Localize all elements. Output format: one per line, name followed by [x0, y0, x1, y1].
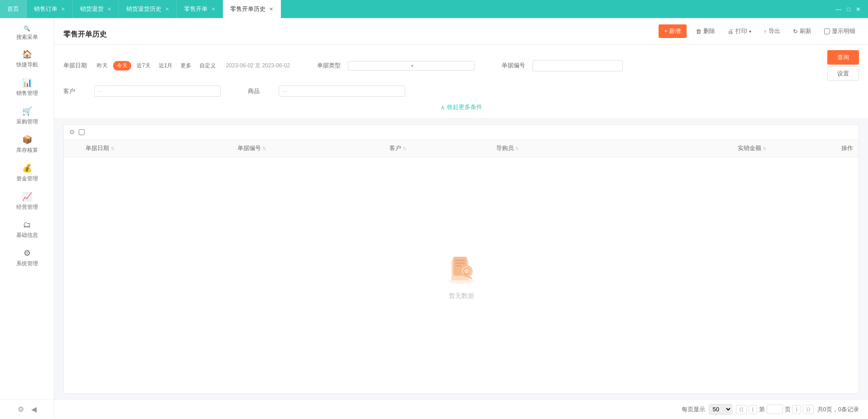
refresh-button[interactable]: ↻ 刷新	[789, 25, 815, 37]
print-button[interactable]: 🖨 打印 ▾	[724, 25, 755, 37]
column-settings-icon[interactable]: ⚙	[69, 128, 75, 136]
per-page-select[interactable]: 50 10 20 100	[709, 404, 732, 414]
date-opt-yesterday[interactable]: 昨天	[94, 61, 110, 71]
date-opt-today[interactable]: 今天	[113, 61, 131, 71]
table-area: ⚙ 单据日期 单据编号	[54, 119, 868, 399]
tab-home[interactable]: 首页	[0, 0, 27, 18]
next-page-button[interactable]: ⟩	[792, 405, 801, 414]
first-page-button[interactable]: ⟨⟨	[736, 405, 747, 414]
sidebar-item-inventory[interactable]: 📦 库存核算	[0, 130, 54, 159]
window-close[interactable]: ✕	[856, 6, 861, 13]
main-layout: 🔍 搜索采单 🏠 快捷导航 📊 销售管理 🛒 采购管理 📦 库存核算 💰 资金管…	[0, 18, 868, 419]
display-detail-checkbox[interactable]: 显示明细	[821, 25, 859, 37]
tab-retail-open-history[interactable]: 零售开单历史 ✕	[223, 0, 281, 18]
th-num[interactable]: 单据编号	[232, 140, 384, 157]
close-tab-sales-order[interactable]: ✕	[61, 6, 65, 12]
doc-num-filter-group: 单据编号	[502, 60, 623, 71]
window-minimize[interactable]: —	[835, 6, 841, 13]
empty-text: 暂无数据	[449, 292, 474, 300]
sidebar-item-quick-nav[interactable]: 🏠 快捷导航	[0, 45, 54, 73]
sidebar: 🔍 搜索采单 🏠 快捷导航 📊 销售管理 🛒 采购管理 📦 库存核算 💰 资金管…	[0, 18, 54, 419]
goods-input[interactable]: ···	[279, 85, 405, 97]
empty-state: 暂无数据	[64, 157, 859, 393]
filter-row-2: 客户 ··· 商品 ···	[63, 85, 859, 97]
delete-icon: 🗑	[696, 28, 702, 35]
date-range-display: 2023-06-02 至 2023-06-02	[226, 62, 289, 70]
cart-icon: 🛒	[22, 106, 32, 116]
window-controls: — □ ✕	[828, 6, 868, 13]
collapse-more-button[interactable]: ∧ 收起更多条件	[441, 101, 482, 113]
filter-area: 单据日期 昨天 今天 近7天 近1月 更多 自定义 2023-06-02 至 2…	[54, 45, 868, 119]
doc-type-select[interactable]: ▾	[348, 61, 474, 71]
th-guide[interactable]: 导购员	[491, 140, 620, 157]
query-buttons: 查询 设置	[827, 50, 859, 81]
settings-icon[interactable]: ⚙	[18, 405, 24, 414]
collapse-sidebar-icon[interactable]: ◀	[31, 405, 37, 414]
table-toolbar: ⚙	[64, 125, 859, 140]
query-button[interactable]: 查询	[827, 50, 859, 65]
system-icon: ⚙	[24, 248, 31, 258]
close-tab-retail-open-history[interactable]: ✕	[269, 6, 273, 12]
date-opt-7days[interactable]: 近7天	[134, 61, 153, 71]
ops-icon: 📈	[22, 192, 32, 202]
date-opt-custom[interactable]: 自定义	[197, 61, 218, 71]
export-icon: ↑	[764, 28, 767, 35]
delete-button[interactable]: 🗑 删除	[692, 25, 719, 37]
filter-row-1: 单据日期 昨天 今天 近7天 近1月 更多 自定义 2023-06-02 至 2…	[63, 50, 859, 81]
th-amount[interactable]: 实销金额	[620, 140, 772, 157]
add-button[interactable]: + 新增	[659, 24, 686, 38]
doc-num-text-input[interactable]	[536, 62, 619, 69]
sidebar-bottom: ⚙ ◀	[0, 399, 54, 419]
print-icon: 🖨	[728, 28, 734, 35]
sidebar-search[interactable]: 🔍 搜索采单	[0, 22, 54, 45]
tab-sales-return[interactable]: 销货退货 ✕	[73, 0, 119, 18]
page-unit: 页	[785, 405, 791, 414]
tab-retail-open[interactable]: 零售开单 ✕	[177, 0, 223, 18]
date-opt-more[interactable]: 更多	[178, 61, 194, 71]
money-icon: 💰	[22, 163, 32, 173]
sidebar-item-finance[interactable]: 💰 资金管理	[0, 159, 54, 187]
chart-icon: 📊	[22, 78, 32, 88]
doc-type-filter-group: 单据类型 ▾	[317, 61, 474, 71]
customer-label: 客户	[63, 87, 90, 95]
goods-filter-group: 商品 ···	[248, 85, 405, 97]
sidebar-item-base-info[interactable]: 🗂 基础信息	[0, 216, 54, 244]
tab-sales-return-history[interactable]: 销货退货历史 ✕	[119, 0, 177, 18]
page-number-input[interactable]: 1	[767, 405, 783, 414]
data-table: 单据日期 单据编号 客户 导购员	[64, 140, 859, 157]
page-navigation: ⟨⟨ ⟨ 第 1 页 ⟩ ⟩⟩	[736, 405, 814, 414]
select-all-label[interactable]	[79, 129, 85, 135]
close-tab-sales-return-history[interactable]: ✕	[165, 6, 169, 12]
export-button[interactable]: ↑ 导出	[760, 25, 784, 37]
customer-placeholder: ···	[98, 88, 103, 94]
sidebar-item-purchase-mgmt[interactable]: 🛒 采购管理	[0, 102, 54, 130]
th-date[interactable]: 单据日期	[80, 140, 232, 157]
doc-num-label: 单据编号	[502, 61, 529, 70]
per-page-label: 每页显示	[682, 405, 705, 414]
sidebar-item-sales-mgmt[interactable]: 📊 销售管理	[0, 73, 54, 102]
empty-illustration	[443, 250, 479, 287]
sidebar-item-sys-mgmt[interactable]: ⚙ 系统管理	[0, 244, 54, 272]
page-header: 零售开单历史 + 新增 🗑 删除 🖨 打印 ▾ ↑ 导出 ↻	[54, 18, 868, 45]
empty-svg	[443, 250, 479, 287]
home-icon: 🏠	[22, 49, 32, 59]
customer-input[interactable]: ···	[94, 85, 221, 97]
settings-button[interactable]: 设置	[827, 66, 859, 81]
close-tab-sales-return[interactable]: ✕	[107, 6, 111, 12]
select-all-checkbox[interactable]	[79, 129, 85, 135]
close-tab-retail-open[interactable]: ✕	[211, 6, 215, 12]
th-customer[interactable]: 客户	[384, 140, 491, 157]
detail-checkbox[interactable]	[824, 28, 830, 34]
sidebar-item-operations[interactable]: 📈 经营管理	[0, 187, 54, 216]
last-page-button[interactable]: ⟩⟩	[803, 405, 814, 414]
info-icon: 🗂	[23, 220, 31, 230]
date-options: 昨天 今天 近7天 近1月 更多 自定义	[94, 61, 218, 71]
table-container: ⚙ 单据日期 单据编号	[63, 124, 859, 394]
date-opt-1month[interactable]: 近1月	[156, 61, 175, 71]
tab-sales-order[interactable]: 销售订单 ✕	[27, 0, 73, 18]
window-maximize[interactable]: □	[847, 6, 850, 13]
total-info: 共0页，0条记录	[817, 405, 859, 414]
doc-num-input[interactable]	[532, 60, 623, 71]
prev-page-button[interactable]: ⟨	[749, 405, 757, 414]
box-icon: 📦	[22, 135, 32, 145]
